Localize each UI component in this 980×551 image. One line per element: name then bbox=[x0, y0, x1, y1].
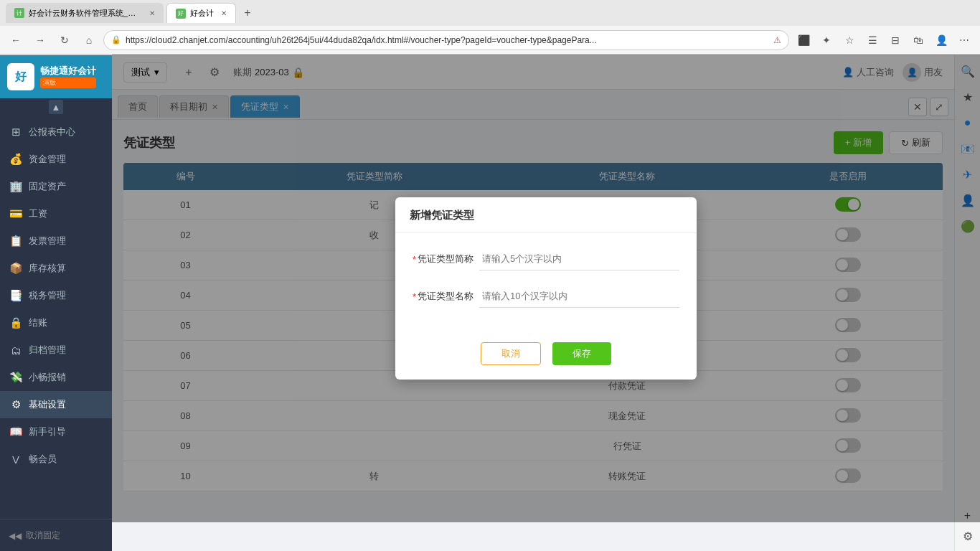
logo-badge: 演版 bbox=[40, 77, 96, 88]
browser-tab-bar: 计 好会计云财务软件管理系统_会计 ✕ 好 好会计 ✕ + bbox=[0, 0, 980, 26]
collapse-icon: ◀◀ bbox=[9, 531, 22, 541]
sidebar-item-label-archive: 归档管理 bbox=[29, 344, 66, 357]
forward-button[interactable]: → bbox=[30, 30, 50, 50]
sidebar-item-label-tax: 税务管理 bbox=[29, 289, 66, 302]
shopping-button[interactable]: 🛍 bbox=[908, 30, 928, 50]
payroll-icon: 💳 bbox=[9, 207, 23, 220]
closing-icon: 🔒 bbox=[9, 316, 23, 329]
collapse-label: 取消固定 bbox=[26, 529, 60, 542]
more-button[interactable]: ⋯ bbox=[954, 30, 974, 50]
sidebar-item-archive[interactable]: 🗂 归档管理 bbox=[0, 336, 112, 364]
sidebar-item-label-settings: 基础设置 bbox=[29, 398, 66, 411]
modal-new-voucher-type: 新增凭证类型 * 凭证类型简称 * 凭证类型名称 取消 保存 bbox=[395, 197, 697, 380]
sidebar-item-dashboard[interactable]: ⊞ 公报表中心 bbox=[0, 118, 112, 146]
ssl-lock-icon: 🔒 bbox=[111, 35, 121, 44]
sidebar-item-payroll[interactable]: 💳 工资 bbox=[0, 200, 112, 227]
sidebar-item-label-assets: 固定资产 bbox=[29, 180, 66, 193]
sidebar-item-tax[interactable]: 📑 税务管理 bbox=[0, 282, 112, 309]
immersive-reader-button[interactable]: ☰ bbox=[862, 30, 882, 50]
modal-title: 新增凭证类型 bbox=[410, 209, 474, 221]
guide-icon: 📖 bbox=[9, 425, 23, 438]
sidebar-nav: ⊞ 公报表中心 💰 资金管理 🏢 固定资产 💳 工资 📋 发票管理 📦 库 bbox=[0, 116, 112, 519]
browser-toolbar-icons: ⬛ ✦ ☆ ☰ ⊟ 🛍 👤 ⋯ bbox=[793, 30, 974, 50]
sidebar-item-label-invoice: 发票管理 bbox=[29, 235, 66, 248]
browser-toolbar: ← → ↻ ⌂ 🔒 https://cloud2.chanjet.com/acc… bbox=[0, 26, 980, 55]
modal-overlay: 新增凭证类型 * 凭证类型简称 * 凭证类型名称 取消 保存 bbox=[112, 55, 980, 522]
sidebar: 好 畅捷通好会计 演版 ▲ ⊞ 公报表中心 💰 资金管理 🏢 固定资产 💳 工资 bbox=[0, 55, 112, 551]
name-input[interactable] bbox=[479, 285, 679, 308]
favorites-button[interactable]: ☆ bbox=[839, 30, 859, 50]
finance-icon: 💰 bbox=[9, 153, 23, 166]
archive-icon: 🗂 bbox=[9, 344, 23, 357]
tab2-close[interactable]: ✕ bbox=[221, 9, 227, 17]
sidebar-logo: 好 畅捷通好会计 演版 bbox=[0, 55, 112, 98]
address-warning-icon: ⚠ bbox=[773, 35, 781, 45]
tab1-favicon: 计 bbox=[14, 8, 24, 18]
name-required-mark: * bbox=[413, 291, 416, 302]
sidebar-item-inventory[interactable]: 📦 库存核算 bbox=[0, 255, 112, 282]
collections-button[interactable]: ✦ bbox=[816, 30, 837, 50]
sidebar-item-finance[interactable]: 💰 资金管理 bbox=[0, 146, 112, 173]
sidebar-item-label-expense: 小畅报销 bbox=[29, 371, 66, 384]
reload-button[interactable]: ↻ bbox=[55, 30, 75, 50]
sidebar-item-label-finance: 资金管理 bbox=[29, 153, 66, 166]
new-tab-button[interactable]: + bbox=[239, 4, 256, 22]
sidebar-item-label-guide: 新手引导 bbox=[29, 425, 66, 438]
modal-header: 新增凭证类型 bbox=[395, 197, 697, 233]
form-item-short: * 凭证类型简称 bbox=[413, 248, 679, 270]
sidebar-item-label-inventory: 库存核算 bbox=[29, 262, 66, 275]
browser-tab-2[interactable]: 好 好会计 ✕ bbox=[166, 3, 236, 23]
member-icon: V bbox=[9, 453, 23, 466]
sidebar-item-label-dashboard: 公报表中心 bbox=[29, 126, 75, 138]
back-button[interactable]: ← bbox=[6, 30, 26, 50]
inventory-icon: 📦 bbox=[9, 262, 23, 275]
profile-button[interactable]: 👤 bbox=[931, 30, 951, 50]
short-required-mark: * bbox=[413, 254, 416, 265]
logo-icon: 好 bbox=[7, 63, 34, 90]
sidebar-item-label-closing: 结账 bbox=[29, 316, 47, 329]
logo-text: 畅捷通好会计 bbox=[40, 65, 96, 77]
split-view-button[interactable]: ⊟ bbox=[885, 30, 905, 50]
extensions-button[interactable]: ⬛ bbox=[793, 30, 814, 50]
tab1-close[interactable]: ✕ bbox=[149, 9, 155, 17]
expense-icon: 💸 bbox=[9, 371, 23, 384]
sidebar-item-member[interactable]: V 畅会员 bbox=[0, 446, 112, 473]
sidebar-item-invoice[interactable]: 📋 发票管理 bbox=[0, 227, 112, 255]
name-label: * 凭证类型名称 bbox=[413, 290, 473, 303]
tab1-label: 好会计云财务软件管理系统_会计 bbox=[29, 8, 142, 19]
cancel-button[interactable]: 取消 bbox=[481, 342, 541, 365]
tax-icon: 📑 bbox=[9, 289, 23, 302]
tab2-favicon: 好 bbox=[176, 9, 186, 19]
name-label-text: 凭证类型名称 bbox=[418, 290, 473, 303]
sidebar-scroll-up[interactable]: ▲ bbox=[49, 100, 63, 114]
settings-icon: ⚙ bbox=[9, 398, 23, 411]
sidebar-bottom: ◀◀ 取消固定 bbox=[0, 519, 112, 551]
sidebar-item-label-member: 畅会员 bbox=[29, 453, 57, 466]
sidebar-item-guide[interactable]: 📖 新手引导 bbox=[0, 418, 112, 446]
logo-text-area: 畅捷通好会计 演版 bbox=[40, 65, 96, 88]
browser-chrome: 计 好会计云财务软件管理系统_会计 ✕ 好 好会计 ✕ + ← → ↻ ⌂ 🔒 … bbox=[0, 0, 980, 55]
dashboard-icon: ⊞ bbox=[9, 126, 23, 138]
address-bar[interactable]: 🔒 https://cloud2.chanjet.com/accounting/… bbox=[103, 30, 789, 50]
sidebar-item-settings[interactable]: ⚙ 基础设置 bbox=[0, 391, 112, 418]
collapse-button[interactable]: ◀◀ 取消固定 bbox=[9, 525, 103, 546]
address-text: https://cloud2.chanjet.com/accounting/uh… bbox=[126, 35, 769, 45]
modal-footer: 取消 保存 bbox=[395, 336, 697, 365]
home-button[interactable]: ⌂ bbox=[79, 30, 99, 50]
form-item-name: * 凭证类型名称 bbox=[413, 285, 679, 308]
right-settings-icon[interactable]: ⚙ bbox=[958, 526, 978, 546]
short-label-text: 凭证类型简称 bbox=[418, 253, 473, 265]
tab2-label: 好会计 bbox=[190, 8, 214, 19]
browser-tab-1[interactable]: 计 好会计云财务软件管理系统_会计 ✕ bbox=[6, 3, 164, 23]
assets-icon: 🏢 bbox=[9, 180, 23, 193]
short-label: * 凭证类型简称 bbox=[413, 253, 473, 265]
sidebar-item-closing[interactable]: 🔒 结账 bbox=[0, 309, 112, 336]
short-input[interactable] bbox=[479, 248, 679, 270]
invoice-icon: 📋 bbox=[9, 235, 23, 248]
sidebar-item-assets[interactable]: 🏢 固定资产 bbox=[0, 173, 112, 200]
modal-body: * 凭证类型简称 * 凭证类型名称 bbox=[395, 233, 697, 336]
sidebar-item-expense[interactable]: 💸 小畅报销 bbox=[0, 364, 112, 391]
sidebar-item-label-payroll: 工资 bbox=[29, 207, 47, 220]
save-button[interactable]: 保存 bbox=[552, 342, 611, 365]
